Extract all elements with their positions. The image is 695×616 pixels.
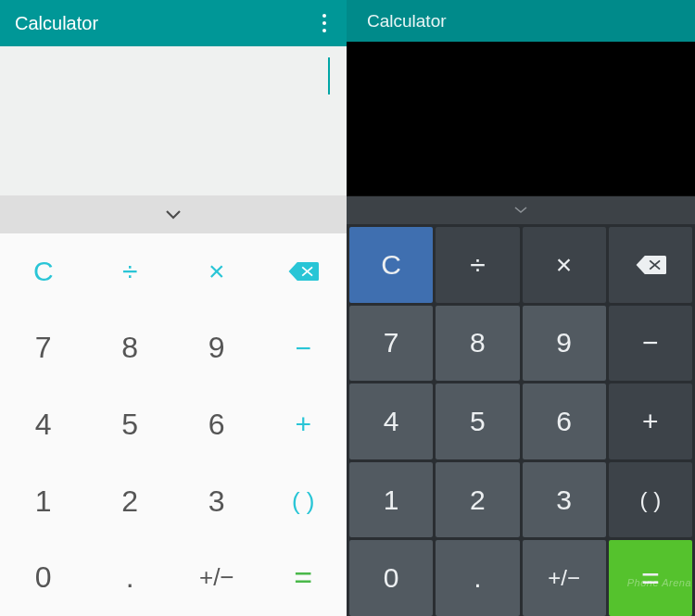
equals-button[interactable]: =	[260, 539, 348, 616]
digit-7-button[interactable]: 7	[349, 306, 433, 382]
digit-4-button[interactable]: 4	[0, 386, 87, 463]
minus-button[interactable]: −	[260, 310, 348, 387]
header: Calculator	[347, 0, 695, 42]
parentheses-button[interactable]: ( )	[609, 462, 692, 538]
keypad: C ÷ × 7 8 9 − 4 5 6 + 1 2 3 ( ) 0 . +/−	[0, 233, 347, 616]
digit-4-button[interactable]: 4	[349, 383, 433, 459]
clear-button[interactable]: C	[349, 227, 433, 303]
sign-toggle-button[interactable]: +/−	[173, 539, 260, 616]
plus-button[interactable]: +	[609, 383, 692, 459]
text-cursor	[328, 57, 330, 94]
multiply-button[interactable]: ×	[523, 227, 606, 303]
display[interactable]	[0, 46, 347, 195]
minus-button[interactable]: −	[609, 306, 692, 382]
digit-9-button[interactable]: 9	[523, 306, 606, 382]
backspace-icon	[287, 260, 319, 283]
backspace-icon	[635, 254, 666, 276]
panel-toggle[interactable]	[347, 196, 695, 224]
backspace-button[interactable]	[609, 227, 692, 303]
calculator-light: Calculator C ÷ × 7 8 9	[0, 0, 347, 616]
digit-5-button[interactable]: 5	[87, 386, 174, 463]
digit-9-button[interactable]: 9	[173, 310, 260, 387]
calculator-dark: Calculator C ÷ × 7 8 9 − 4 5 6	[347, 0, 695, 616]
clear-button[interactable]: C	[0, 233, 87, 310]
sign-toggle-button[interactable]: +/−	[523, 540, 606, 616]
equals-button[interactable]: =	[609, 540, 692, 616]
chevron-down-icon	[164, 206, 183, 224]
backspace-button[interactable]	[260, 233, 348, 310]
digit-0-button[interactable]: 0	[349, 540, 433, 616]
display[interactable]	[347, 42, 695, 196]
app-title: Calculator	[367, 11, 447, 31]
app-title: Calculator	[15, 13, 98, 34]
keypad: C ÷ × 7 8 9 − 4 5 6 + 1 2 3 ( ) 0 . +/−	[347, 224, 695, 616]
divide-button[interactable]: ÷	[436, 227, 519, 303]
digit-0-button[interactable]: 0	[0, 539, 87, 616]
decimal-button[interactable]: .	[436, 540, 519, 616]
digit-1-button[interactable]: 1	[0, 463, 87, 540]
digit-8-button[interactable]: 8	[436, 306, 519, 382]
digit-7-button[interactable]: 7	[0, 310, 87, 387]
parentheses-button[interactable]: ( )	[260, 463, 348, 540]
digit-6-button[interactable]: 6	[173, 386, 260, 463]
overflow-menu-button[interactable]	[315, 14, 334, 32]
digit-3-button[interactable]: 3	[523, 462, 606, 538]
digit-1-button[interactable]: 1	[349, 462, 433, 538]
divide-button[interactable]: ÷	[87, 233, 174, 310]
digit-2-button[interactable]: 2	[436, 462, 519, 538]
multiply-button[interactable]: ×	[173, 233, 260, 310]
digit-5-button[interactable]: 5	[436, 383, 519, 459]
digit-8-button[interactable]: 8	[87, 310, 174, 387]
digit-2-button[interactable]: 2	[87, 463, 174, 540]
panel-toggle[interactable]	[0, 195, 347, 233]
chevron-down-icon	[512, 201, 530, 220]
decimal-button[interactable]: .	[87, 539, 174, 616]
digit-6-button[interactable]: 6	[523, 383, 606, 459]
digit-3-button[interactable]: 3	[173, 463, 260, 540]
header: Calculator	[0, 0, 347, 46]
plus-button[interactable]: +	[260, 386, 348, 463]
